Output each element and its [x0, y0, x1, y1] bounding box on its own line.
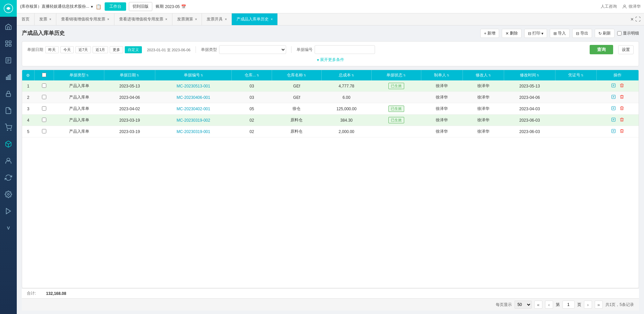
prev-page-btn[interactable]: ‹ — [545, 301, 553, 309]
row-checkbox[interactable] — [34, 92, 54, 103]
delete-row-button[interactable] — [618, 117, 626, 124]
row-modify-time: 2023-06-03 — [504, 115, 555, 126]
tab-view-sale-vat[interactable]: 查看销项增值税专用发票 × — [56, 13, 114, 25]
edit-button[interactable] — [610, 128, 617, 135]
sidebar-item-version[interactable]: V — [0, 219, 17, 236]
svg-rect-2 — [9, 41, 11, 43]
delete-row-button[interactable] — [618, 82, 626, 89]
display-detail-toggle[interactable]: 显示明细 — [617, 30, 639, 36]
query-button[interactable]: 查询 — [590, 45, 613, 54]
row-checkbox[interactable] — [34, 115, 54, 126]
custom-btn[interactable]: 自定义 — [125, 46, 142, 53]
row-doc-link[interactable]: MC-20230406-001 — [155, 92, 232, 103]
col-modifier-sort[interactable]: 修改人 ⇅ — [476, 72, 491, 78]
tab-product-inbound-close[interactable]: × — [271, 17, 273, 21]
row-checkbox[interactable] — [34, 103, 54, 115]
today-btn[interactable]: 今天 — [60, 46, 74, 53]
workbench-button[interactable]: 工作台 — [105, 2, 126, 11]
tab-invoice-issue-close[interactable]: × — [225, 17, 227, 21]
sidebar-item-org[interactable] — [0, 35, 17, 52]
row-doc-link[interactable]: MC-20230402-001 — [155, 103, 232, 115]
doc-type-select[interactable] — [219, 45, 286, 54]
sidebar-item-media[interactable] — [0, 203, 17, 219]
col-type-sort[interactable]: 单据类型 ⇅ — [69, 72, 89, 78]
import-button[interactable]: ⊞ 导入 — [550, 29, 570, 38]
row-doc-link[interactable]: MC-20230319-001 — [155, 126, 232, 137]
display-detail-checkbox[interactable] — [617, 31, 622, 36]
edit-button[interactable] — [610, 117, 617, 124]
edit-button[interactable] — [610, 82, 617, 89]
new-label: 新增 — [487, 30, 495, 36]
new-button[interactable]: + 新增 — [480, 29, 499, 38]
tab-view-sale-vat-close[interactable]: × — [107, 17, 109, 21]
sidebar-item-settings[interactable] — [0, 186, 17, 203]
page-size-select[interactable]: 20 50 100 200 — [515, 301, 532, 309]
tab-invoice-issue[interactable]: 发票开具 × — [202, 13, 232, 25]
delete-row-button[interactable] — [618, 105, 626, 112]
settings-button[interactable]: 设置 — [618, 45, 634, 54]
more-btn[interactable]: 更多 — [110, 46, 123, 53]
row-checkbox[interactable] — [34, 80, 54, 92]
delete-row-button[interactable] — [618, 128, 626, 135]
status-badge: 已生效 — [388, 117, 404, 123]
sidebar-item-chart[interactable] — [0, 69, 17, 85]
first-page-btn[interactable]: « — [534, 301, 542, 309]
tab-product-inbound[interactable]: 产成品入库单历史 × — [232, 13, 278, 25]
tab-view-purchase-vat[interactable]: 查看进项增值税专用发票 × — [114, 13, 172, 25]
col-settings[interactable]: ⚙ — [22, 70, 34, 80]
col-cost-sort[interactable]: 总成本 ⇅ — [339, 72, 354, 78]
current-page-input[interactable] — [562, 301, 575, 309]
tab-invoice-calc-close[interactable]: × — [195, 17, 197, 21]
fullscreen-button[interactable]: ⛶ — [635, 16, 641, 22]
sidebar-item-purchase[interactable] — [0, 119, 17, 136]
sidebar-item-sync[interactable] — [0, 169, 17, 186]
sidebar-item-ledger[interactable] — [0, 52, 17, 69]
col-voucher-sort[interactable]: 凭证号 ⇅ — [568, 72, 584, 78]
sidebar-item-inventory[interactable] — [0, 136, 17, 152]
calendar-icon[interactable]: 📅 — [181, 4, 186, 9]
refresh-button[interactable]: ↻ 刷新 — [595, 29, 614, 38]
export-button[interactable]: ⊟ 导出 — [572, 29, 592, 38]
tab-home[interactable]: 首页 — [17, 13, 35, 25]
tab-invoice-calc[interactable]: 发票测算 × — [172, 13, 202, 25]
delete-row-button[interactable] — [618, 94, 626, 101]
expand-filter-btn[interactable]: ▾ 展开更多条件 — [317, 57, 344, 63]
col-wc-sort[interactable]: 仓库... ⇅ — [245, 72, 259, 78]
tab-invoice-close[interactable]: × — [49, 17, 51, 21]
row-checkbox[interactable] — [34, 126, 54, 137]
col-date-sort[interactable]: 单据日期 ⇅ — [120, 72, 139, 78]
tab-view-purchase-vat-close[interactable]: × — [165, 17, 167, 21]
sidebar-item-lock[interactable] — [0, 85, 17, 102]
sidebar-item-doc[interactable] — [0, 102, 17, 119]
last-page-btn[interactable]: » — [595, 301, 603, 309]
col-no-sort[interactable]: 单据编号 ⇅ — [184, 72, 203, 78]
user-profile[interactable]: 徐泽华 — [622, 4, 641, 9]
yesterday-btn[interactable]: 昨天 — [45, 46, 59, 53]
switch-version-button[interactable]: 切到旧版 — [129, 2, 152, 11]
row-doc-link[interactable]: MC-20230513-001 — [155, 80, 232, 92]
row-doc-link[interactable]: MC-20230319-002 — [155, 115, 232, 126]
col-wn-sort[interactable]: 仓库名称 ⇅ — [287, 72, 306, 78]
col-status-sort[interactable]: 单据状态 ⇅ — [386, 72, 406, 78]
doc-no-input[interactable] — [315, 45, 375, 54]
last7days-btn[interactable]: 近7天 — [75, 46, 91, 53]
tab-invoice[interactable]: 发票 × — [35, 13, 56, 25]
col-warehouse-code: 仓库... ⇅ — [232, 70, 272, 80]
sidebar-item-stamp[interactable] — [0, 152, 17, 169]
close-tab-button[interactable]: × — [631, 16, 634, 22]
col-checkbox[interactable] — [34, 70, 54, 80]
row-voucher — [555, 92, 597, 103]
assistant-label[interactable]: 人工咨询 — [601, 4, 617, 9]
company-dropdown-icon[interactable]: ▾ — [91, 4, 93, 9]
delete-button[interactable]: ✕ 删除 — [502, 29, 522, 38]
col-creator-sort[interactable]: 制单人 ⇅ — [434, 72, 449, 78]
edit-button[interactable] — [610, 105, 617, 112]
print-button[interactable]: ⊟ 打印 ▾ — [524, 29, 547, 38]
col-mt-sort[interactable]: 修改时间 ⇅ — [520, 72, 539, 78]
row-cost: 4,777.78 — [321, 80, 372, 92]
next-page-btn[interactable]: › — [584, 301, 592, 309]
last1month-btn[interactable]: 近1月 — [93, 46, 108, 53]
sidebar-item-home[interactable] — [0, 18, 17, 35]
edit-button[interactable] — [610, 94, 617, 101]
select-all-checkbox[interactable] — [42, 73, 46, 77]
